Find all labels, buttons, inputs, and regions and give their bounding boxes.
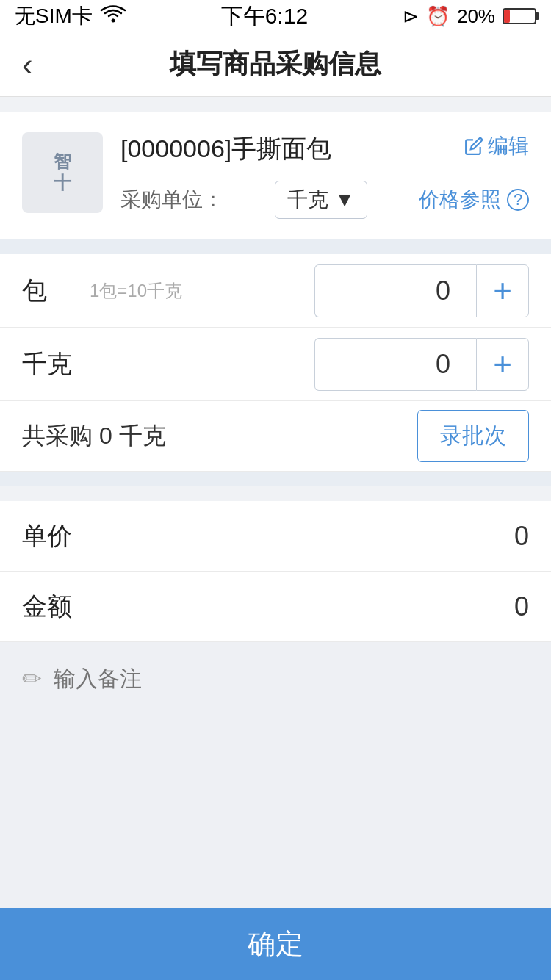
- total-row: 共采购 0 千克 录批次: [0, 401, 551, 472]
- section-divider-1: [0, 239, 551, 254]
- kg-row: 千克 +: [0, 328, 551, 401]
- confirm-button-label: 确定: [248, 926, 303, 963]
- pack-sublabel: 1包=10千克: [90, 279, 314, 303]
- product-card: 智 十 [0000006]手撕面包 编辑 采购单位： 千克 ▼ 价格参照 ?: [0, 112, 551, 239]
- time-display: 下午6:12: [221, 1, 308, 32]
- product-image: 智 十: [22, 132, 103, 213]
- amount-row: 金额 0: [0, 572, 551, 642]
- back-button[interactable]: ‹: [22, 48, 33, 81]
- notes-input[interactable]: [54, 666, 529, 691]
- unit-select[interactable]: 千克 ▼: [275, 181, 367, 219]
- location-icon: ⊳: [403, 5, 419, 28]
- notes-section[interactable]: ✏: [0, 642, 551, 716]
- product-logo: 智 十: [54, 151, 71, 194]
- nav-bar: ‹ 填写商品采购信息: [0, 32, 551, 97]
- kg-label: 千克: [22, 347, 81, 381]
- pack-row: 包 1包=10千克 +: [0, 254, 551, 328]
- svg-point-0: [111, 18, 115, 22]
- confirm-button[interactable]: 确定: [0, 908, 551, 980]
- battery-icon: [503, 5, 536, 28]
- kg-plus-button[interactable]: +: [476, 338, 529, 391]
- alarm-icon: ⏰: [426, 5, 450, 28]
- unit-label: 采购单位：: [120, 186, 223, 214]
- unit-price-label: 单价: [22, 519, 514, 553]
- product-info: [0000006]手撕面包 编辑 采购单位： 千克 ▼ 价格参照 ?: [120, 132, 529, 219]
- sim-status: 无SIM卡: [15, 2, 93, 30]
- section-divider-2: [0, 472, 551, 486]
- total-amount-text: 共采购 0 千克: [22, 420, 417, 453]
- edit-button[interactable]: 编辑: [464, 132, 529, 160]
- status-bar: 无SIM卡 下午6:12 ⊳ ⏰ 20%: [0, 0, 551, 32]
- chevron-down-icon: ▼: [334, 188, 355, 212]
- amount-value: 0: [514, 591, 529, 622]
- unit-price-value: 0: [514, 521, 529, 552]
- pack-label: 包: [22, 274, 81, 308]
- kg-input[interactable]: [314, 338, 476, 391]
- wifi-icon: [100, 4, 126, 29]
- unit-price-row: 单价 0: [0, 501, 551, 572]
- help-icon: ?: [507, 189, 529, 211]
- pencil-icon: ✏: [22, 665, 42, 693]
- record-batch-button[interactable]: 录批次: [417, 410, 529, 462]
- pack-input[interactable]: [314, 264, 476, 317]
- amount-label: 金额: [22, 590, 514, 624]
- kg-input-box: +: [314, 338, 529, 391]
- battery-percent: 20%: [457, 5, 495, 28]
- pack-input-section: 包 1包=10千克 + 千克 +: [0, 254, 551, 401]
- pack-plus-button[interactable]: +: [476, 264, 529, 317]
- price-section: 单价 0 金额 0: [0, 501, 551, 642]
- price-reference-button[interactable]: 价格参照 ?: [419, 186, 529, 214]
- product-name: [0000006]手撕面包: [120, 132, 331, 166]
- page-title: 填写商品采购信息: [170, 46, 381, 82]
- pack-input-box: +: [314, 264, 529, 317]
